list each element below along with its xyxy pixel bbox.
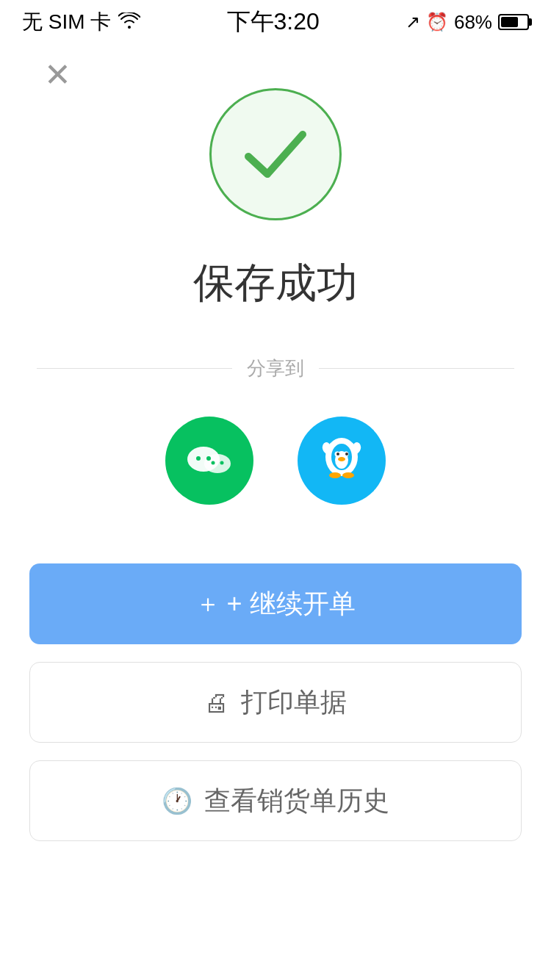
status-bar: 无 SIM 卡 下午3:20 ↗ ⏰ 68% <box>0 0 551 44</box>
history-button[interactable]: 🕐 查看销货单历史 <box>29 760 522 841</box>
svg-point-13 <box>338 457 345 461</box>
location-icon: ↗ <box>406 12 420 32</box>
continue-order-label: + 继续开单 <box>226 586 355 622</box>
wechat-share-button[interactable] <box>165 417 253 505</box>
svg-point-3 <box>206 456 211 461</box>
sim-label: 无 SIM 卡 <box>22 8 111 36</box>
svg-point-4 <box>212 461 215 465</box>
close-icon: ✕ <box>44 59 71 91</box>
print-icon: 🖨 <box>204 688 229 717</box>
success-title: 保存成功 <box>193 256 358 311</box>
status-time: 下午3:20 <box>227 6 320 38</box>
plus-icon: ＋ <box>195 587 220 621</box>
checkmark-icon <box>242 129 309 180</box>
print-label: 打印单据 <box>241 685 347 721</box>
svg-point-5 <box>220 461 224 465</box>
history-label: 查看销货单历史 <box>204 783 389 819</box>
continue-order-button[interactable]: ＋ + 继续开单 <box>29 563 522 644</box>
clock-icon: 🕐 <box>162 786 192 815</box>
wechat-icon <box>184 439 235 483</box>
wifi-icon <box>118 10 140 34</box>
success-circle <box>209 88 342 220</box>
qq-share-button[interactable] <box>298 417 386 505</box>
svg-point-12 <box>345 453 348 455</box>
battery-icon <box>498 14 529 30</box>
svg-point-15 <box>342 472 354 478</box>
divider-right <box>319 368 514 369</box>
status-right: ↗ ⏰ 68% <box>406 11 529 34</box>
share-label: 分享到 <box>232 356 319 381</box>
battery-percentage: 68% <box>454 11 492 34</box>
alarm-icon: ⏰ <box>426 12 448 32</box>
svg-point-14 <box>329 472 341 478</box>
main-content: 保存成功 分享到 <box>0 44 551 841</box>
qq-icon <box>316 433 367 489</box>
share-divider: 分享到 <box>0 356 551 381</box>
action-buttons: ＋ + 继续开单 🖨 打印单据 🕐 查看销货单历史 <box>0 563 551 841</box>
close-button[interactable]: ✕ <box>35 53 79 97</box>
status-left: 无 SIM 卡 <box>22 8 140 36</box>
share-icons <box>165 417 386 505</box>
print-button[interactable]: 🖨 打印单据 <box>29 662 522 743</box>
svg-point-11 <box>336 453 339 455</box>
divider-left <box>37 368 232 369</box>
svg-point-2 <box>196 456 201 461</box>
